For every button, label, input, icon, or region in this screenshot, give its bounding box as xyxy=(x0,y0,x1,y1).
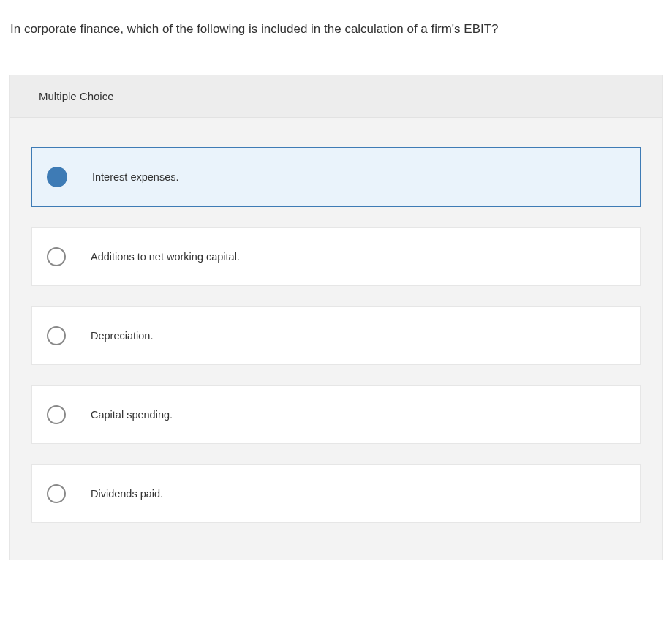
option-1[interactable]: Interest expenses. xyxy=(31,147,641,207)
option-label: Interest expenses. xyxy=(92,171,179,183)
question-text: In corporate finance, which of the follo… xyxy=(0,0,672,38)
option-5[interactable]: Dividends paid. xyxy=(31,464,641,523)
option-4[interactable]: Capital spending. xyxy=(31,385,641,444)
option-2[interactable]: Additions to net working capital. xyxy=(31,227,641,286)
option-label: Depreciation. xyxy=(91,330,153,342)
radio-icon xyxy=(47,326,66,345)
radio-icon xyxy=(47,484,66,503)
options-list: Interest expenses. Additions to net work… xyxy=(10,118,662,560)
option-label: Capital spending. xyxy=(91,409,173,421)
section-title: Multiple Choice xyxy=(10,75,662,118)
option-label: Additions to net working capital. xyxy=(91,251,240,263)
radio-icon xyxy=(47,405,66,424)
radio-icon xyxy=(47,247,66,266)
option-label: Dividends paid. xyxy=(91,488,163,500)
multiple-choice-container: Multiple Choice Interest expenses. Addit… xyxy=(9,75,663,560)
option-3[interactable]: Depreciation. xyxy=(31,306,641,365)
radio-icon xyxy=(47,167,67,187)
